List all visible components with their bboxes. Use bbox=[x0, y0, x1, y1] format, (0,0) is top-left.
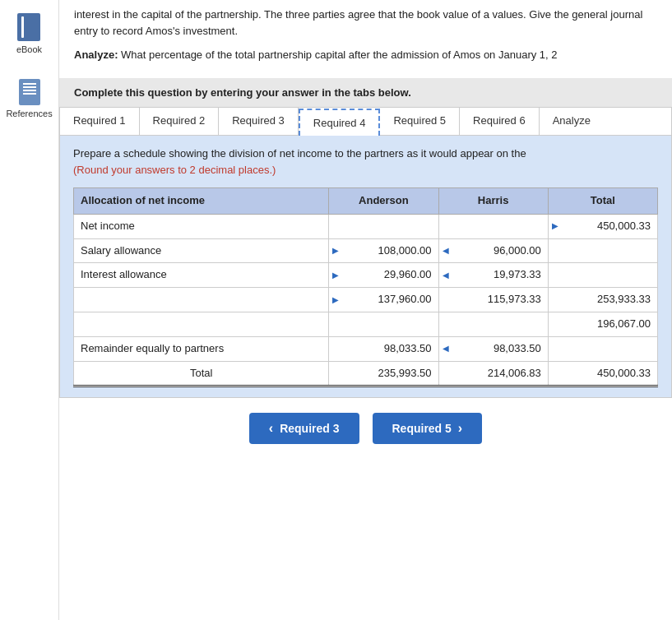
cell-anderson: 235,993.50 bbox=[329, 361, 438, 386]
cell-anderson bbox=[329, 312, 438, 337]
table-wrapper: Allocation of net income Anderson Harris… bbox=[73, 187, 658, 387]
prev-button[interactable]: ‹ Required 3 bbox=[249, 413, 359, 444]
analyze-label: Analyze: bbox=[74, 49, 118, 61]
tab-required4[interactable]: Required 4 bbox=[299, 109, 381, 136]
cell-total: 450,000.33 bbox=[548, 361, 657, 386]
table-row: 137,960.00▶115,973.33253,933.33 bbox=[74, 288, 658, 312]
cell-total bbox=[548, 263, 657, 288]
sidebar: eBook References bbox=[0, 0, 59, 620]
tab-required6[interactable]: Required 6 bbox=[460, 108, 540, 135]
cell-label bbox=[74, 288, 329, 312]
cell-anderson: 98,033.50 bbox=[329, 336, 438, 361]
cell-anderson: 29,960.00▶ bbox=[329, 263, 438, 288]
cell-label: Net income bbox=[74, 214, 329, 238]
cell-label: Salary allowance bbox=[74, 238, 329, 263]
col-header-harris: Harris bbox=[438, 188, 548, 215]
analyze-text: What percentage of the total partnership… bbox=[121, 49, 557, 61]
next-button[interactable]: Required 5 › bbox=[373, 413, 483, 444]
cell-anderson bbox=[329, 214, 438, 238]
cell-harris bbox=[438, 312, 548, 337]
cell-harris: 19,973.33◀ bbox=[438, 263, 548, 288]
tab-analyze[interactable]: Analyze bbox=[540, 108, 604, 135]
table-row: Net income450,000.33▶ bbox=[74, 214, 658, 238]
tab-required2[interactable]: Required 2 bbox=[140, 108, 220, 135]
tab-required1[interactable]: Required 1 bbox=[60, 108, 140, 135]
tabs-row: Required 1 Required 2 Required 3 Require… bbox=[60, 108, 671, 136]
allocation-table: Allocation of net income Anderson Harris… bbox=[73, 187, 658, 387]
cell-harris: 115,973.33 bbox=[438, 288, 548, 312]
sidebar-item-ebook[interactable]: eBook bbox=[10, 8, 49, 59]
analyze-section: Analyze: What percentage of the total pa… bbox=[59, 47, 672, 72]
table-row: 196,067.00 bbox=[74, 312, 658, 337]
cell-label: Remainder equally to partners bbox=[74, 336, 329, 361]
top-paragraph: interest in the capital of the partnersh… bbox=[59, 0, 672, 47]
col-header-total: Total bbox=[548, 188, 657, 215]
tab-required3[interactable]: Required 3 bbox=[219, 108, 299, 135]
table-row: Salary allowance108,000.00▶96,000.00◀ bbox=[74, 238, 658, 263]
prev-label: Required 3 bbox=[280, 422, 339, 435]
table-header-row: Allocation of net income Anderson Harris… bbox=[74, 188, 658, 215]
cell-total bbox=[548, 336, 657, 361]
content-area: Prepare a schedule showing the division … bbox=[60, 136, 671, 398]
doc-icon bbox=[19, 79, 40, 105]
cell-label: Interest allowance bbox=[74, 263, 329, 288]
cell-total: 253,933.33 bbox=[548, 288, 657, 312]
cell-harris: 98,033.50◀ bbox=[438, 336, 548, 361]
cell-label: Total bbox=[74, 361, 329, 386]
cell-label bbox=[74, 312, 329, 337]
table-row: Total235,993.50214,006.83450,000.33 bbox=[74, 361, 658, 386]
complete-banner: Complete this question by entering your … bbox=[59, 78, 672, 107]
cell-anderson: 108,000.00▶ bbox=[329, 238, 438, 263]
cell-harris: 214,006.83 bbox=[438, 361, 548, 386]
rounding-note: (Round your answers to 2 decimal places.… bbox=[73, 164, 276, 176]
col-header-label: Allocation of net income bbox=[74, 188, 329, 215]
table-row: Interest allowance29,960.00▶19,973.33◀ bbox=[74, 263, 658, 288]
sidebar-item-references[interactable]: References bbox=[0, 74, 59, 123]
cell-total bbox=[548, 238, 657, 263]
references-label: References bbox=[6, 109, 52, 118]
book-icon bbox=[17, 13, 40, 41]
cell-total: 196,067.00 bbox=[548, 312, 657, 337]
tabs-container: Required 1 Required 2 Required 3 Require… bbox=[59, 107, 672, 399]
next-label: Required 5 bbox=[392, 422, 452, 435]
cell-anderson: 137,960.00▶ bbox=[329, 288, 438, 312]
table-row: Remainder equally to partners98,033.5098… bbox=[74, 336, 658, 361]
next-arrow-icon: › bbox=[458, 421, 462, 436]
ebook-label: eBook bbox=[16, 44, 42, 54]
tab-required5[interactable]: Required 5 bbox=[380, 108, 460, 135]
cell-harris bbox=[438, 214, 548, 238]
cell-harris: 96,000.00◀ bbox=[438, 238, 548, 263]
bottom-nav: ‹ Required 3 Required 5 › bbox=[59, 413, 672, 444]
col-header-anderson: Anderson bbox=[329, 188, 438, 215]
prev-arrow-icon: ‹ bbox=[269, 421, 273, 436]
main-content: interest in the capital of the partnersh… bbox=[59, 0, 672, 620]
cell-total: 450,000.33▶ bbox=[548, 214, 657, 238]
content-text: Prepare a schedule showing the division … bbox=[73, 147, 526, 160]
